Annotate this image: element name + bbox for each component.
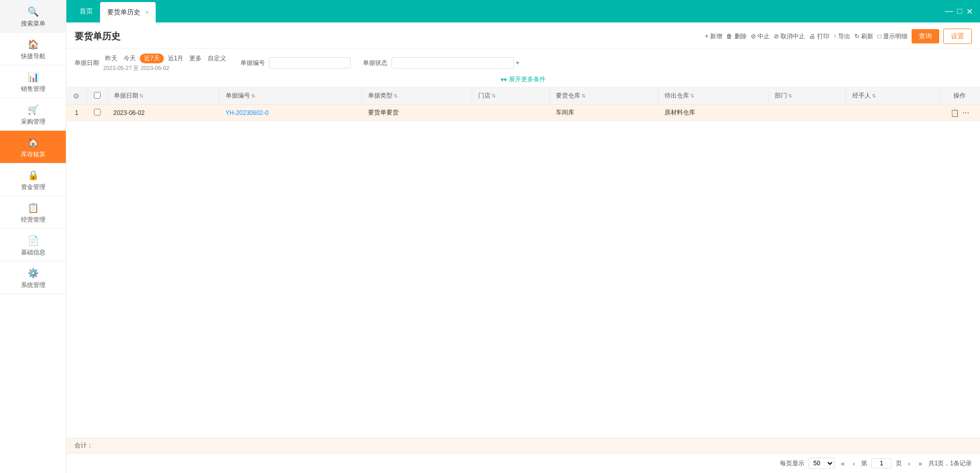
date-btn-昨天[interactable]: 昨天 (103, 54, 119, 63)
new-btn[interactable]: + 新增 (705, 32, 722, 41)
select-all-checkbox[interactable] (94, 92, 101, 99)
sidebar-item-sys-mgmt[interactable]: ⚙️系统管理 (0, 262, 66, 294)
th-settings[interactable]: ⚙ (66, 87, 87, 105)
row-doc-no-0[interactable]: YH-20230602-0 (219, 105, 361, 121)
sort-req-warehouse-icon[interactable]: ⇅ (581, 93, 585, 99)
expand-more-btn[interactable]: ▾▾ 展开更多条件 (75, 75, 972, 84)
th-doc-type: 单据类型⇅ (362, 87, 472, 105)
row-req-warehouse-0: 车间库 (550, 105, 658, 121)
sidebar-item-quick-nav[interactable]: 🏠快捷导航 (0, 33, 66, 65)
table-header-row: ⚙ 单据日期⇅ 单据编号⇅ 单据类型⇅ 门店⇅ 要货仓库⇅ 待出仓库⇅ 部门⇅ … (66, 87, 980, 105)
total-label: 合计： (75, 441, 93, 450)
top-bar: 首页要货单历史× — □ ✕ (66, 0, 980, 22)
minimize-icon[interactable]: — (944, 6, 954, 17)
th-action: 操作 (939, 87, 980, 105)
next-page-btn[interactable]: › (906, 459, 912, 468)
content-area: 要货单历史 + 新增 🗑 删除 ⊘ 中止 ⊘ 取消中止 🖨 打印 ↑ 导出 ↻ … (66, 22, 980, 473)
display-detail-btn[interactable]: □ 显示明细 (877, 32, 908, 41)
row-store-0 (472, 105, 550, 121)
sidebar-item-sales-mgmt[interactable]: 📊销售管理 (0, 65, 66, 98)
main-area: 首页要货单历史× — □ ✕ 要货单历史 + 新增 🗑 删除 ⊘ 中止 ⊘ 取消… (66, 0, 980, 473)
refresh-btn[interactable]: ↻ 刷新 (854, 32, 873, 41)
sidebar-label-basic-info: 基础信息 (21, 248, 45, 257)
date-btn-近7天[interactable]: 近7天 (140, 54, 164, 63)
th-pending-warehouse: 待出仓库⇅ (658, 87, 769, 105)
expand-icon: ▾▾ (501, 76, 507, 83)
docno-filter-group: 单据编号 (240, 57, 351, 68)
sort-doc-type-icon[interactable]: ⇅ (394, 93, 398, 99)
date-buttons: 昨天今天近7天近1月更多自定义 (103, 54, 228, 63)
row-num-0: 1 (66, 105, 87, 121)
docno-label: 单据编号 (240, 59, 265, 67)
maximize-icon[interactable]: □ (956, 6, 963, 17)
date-range: 2023-05-27 至 2023-06-02 (103, 64, 228, 72)
sidebar-icon-inventory: 🏠 (28, 137, 39, 148)
settings-icon[interactable]: ⚙ (73, 92, 80, 100)
sort-pending-warehouse-icon[interactable]: ⇅ (690, 93, 694, 99)
sidebar-item-search-menu[interactable]: 🔍搜索菜单 (0, 0, 66, 33)
status-filter-group: 单据状态 ▾ (363, 57, 519, 68)
tab-requisition-history[interactable]: 要货单历史× (100, 2, 156, 22)
row-doc-date-0: 2023-06-02 (107, 105, 219, 121)
prev-page-btn[interactable]: ‹ (851, 459, 857, 468)
doc-link-0[interactable]: YH-20230602-0 (225, 109, 268, 116)
settings-button[interactable]: 设置 (943, 29, 972, 44)
sidebar-item-operations[interactable]: 📋经营管理 (0, 196, 66, 229)
stop-btn[interactable]: ⊘ 中止 (751, 32, 770, 41)
date-btn-今天[interactable]: 今天 (121, 54, 138, 63)
docno-input[interactable] (269, 57, 351, 68)
delete-btn[interactable]: 🗑 删除 (726, 32, 746, 41)
row-more-icon-0[interactable]: ⋯ (962, 109, 969, 117)
window-controls: — □ ✕ (944, 6, 974, 17)
sidebar-icon-sys-mgmt: ⚙️ (28, 268, 39, 279)
sidebar-icon-sales-mgmt: 📊 (28, 72, 39, 83)
filter-row: 单据日期 昨天今天近7天近1月更多自定义 2023-05-27 至 2023-0… (75, 54, 972, 72)
sort-doc-no-icon[interactable]: ⇅ (251, 93, 255, 99)
table-container: ⚙ 单据日期⇅ 单据编号⇅ 单据类型⇅ 门店⇅ 要货仓库⇅ 待出仓库⇅ 部门⇅ … (66, 87, 980, 438)
date-options: 昨天今天近7天近1月更多自定义 2023-05-27 至 2023-06-02 (103, 54, 228, 72)
sort-dept-icon[interactable]: ⇅ (788, 93, 792, 99)
sidebar-label-purchase-mgmt: 采购管理 (21, 117, 45, 126)
close-icon[interactable]: ✕ (965, 6, 974, 17)
tab-close-requisition-history[interactable]: × (145, 9, 149, 15)
sort-store-icon[interactable]: ⇅ (492, 93, 496, 99)
page-label: 第 (861, 459, 867, 468)
th-req-warehouse: 要货仓库⇅ (550, 87, 658, 105)
table-footer: 合计： (66, 438, 980, 453)
sidebar-item-finance[interactable]: 🔒资金管理 (0, 163, 66, 196)
sidebar-label-operations: 经营管理 (21, 216, 45, 224)
date-btn-近1月[interactable]: 近1月 (166, 54, 186, 63)
query-button[interactable]: 查询 (912, 29, 939, 43)
page-title: 要货单历史 (75, 30, 705, 42)
sidebar-label-sys-mgmt: 系统管理 (21, 281, 45, 290)
row-checkbox-0[interactable] (87, 105, 107, 121)
cancel-stop-btn[interactable]: ⊘ 取消中止 (774, 32, 805, 41)
filter-area: 单据日期 昨天今天近7天近1月更多自定义 2023-05-27 至 2023-0… (66, 49, 980, 87)
sidebar-icon-search-menu: 🔍 (28, 6, 39, 17)
per-page-select[interactable]: 10 20 50 100 (808, 458, 835, 469)
export-btn[interactable]: ↑ 导出 (834, 32, 850, 41)
last-page-btn[interactable]: » (916, 459, 924, 468)
first-page-btn[interactable]: « (839, 459, 846, 468)
th-dept: 部门⇅ (769, 87, 846, 105)
sidebar-label-quick-nav: 快捷导航 (21, 52, 45, 61)
print-btn[interactable]: 🖨 打印 (809, 32, 829, 41)
toolbar: + 新增 🗑 删除 ⊘ 中止 ⊘ 取消中止 🖨 打印 ↑ 导出 ↻ 刷新 □ 显… (705, 29, 972, 44)
date-btn-更多[interactable]: 更多 (187, 54, 204, 63)
sidebar-item-basic-info[interactable]: 📄基础信息 (0, 229, 66, 262)
tab-home[interactable]: 首页 (72, 0, 100, 22)
sort-handler-icon[interactable]: ⇅ (872, 93, 876, 99)
row-handler-0 (846, 105, 939, 121)
sidebar-item-inventory[interactable]: 🏠库存核算 (0, 131, 66, 163)
th-handler: 经手人⇅ (846, 87, 939, 105)
sidebar-item-purchase-mgmt[interactable]: 🛒采购管理 (0, 98, 66, 131)
page-input[interactable] (871, 458, 892, 468)
th-checkbox (87, 87, 107, 105)
status-select[interactable] (391, 57, 514, 68)
date-btn-自定义[interactable]: 自定义 (206, 54, 228, 63)
row-edit-icon-0[interactable]: 📋 (950, 109, 959, 117)
sort-doc-date-icon[interactable]: ⇅ (139, 93, 143, 99)
row-doc-type-0: 要货单要货 (362, 105, 472, 121)
sidebar-icon-purchase-mgmt: 🛒 (28, 104, 39, 115)
status-dropdown-icon[interactable]: ▾ (516, 59, 519, 66)
